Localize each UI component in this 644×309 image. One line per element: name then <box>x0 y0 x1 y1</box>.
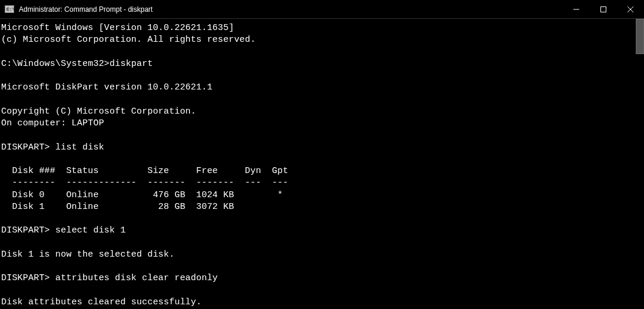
os-version-line: Microsoft Windows [Version 10.0.22621.16… <box>1 23 234 33</box>
shell-prompt-path: C:\Windows\System32> <box>1 59 109 69</box>
window-title-text: Administrator: Command Prompt - diskpart <box>19 5 152 14</box>
disk-table-divider: -------- ------------- ------- ------- -… <box>1 178 288 188</box>
diskpart-prompt: DISKPART> <box>1 142 50 152</box>
minimize-button[interactable] <box>563 0 590 18</box>
disk-table-row: Disk 1 Online 28 GB 3072 KB <box>1 202 234 212</box>
diskpart-version: Microsoft DiskPart version 10.0.22621.1 <box>1 82 213 92</box>
cmd-list-disk: list disk <box>55 142 104 152</box>
close-button[interactable] <box>617 0 644 18</box>
diskpart-copyright: Copyright (C) Microsoft Corporation. <box>1 107 196 117</box>
window-controls <box>563 0 644 18</box>
close-icon <box>628 6 633 12</box>
terminal-output[interactable]: Microsoft Windows [Version 10.0.22621.16… <box>0 19 644 309</box>
cmd-select-disk: select disk 1 <box>55 225 126 235</box>
minimize-icon <box>573 6 579 12</box>
svg-rect-1 <box>601 6 606 12</box>
computer-name: On computer: LAPTOP <box>1 118 104 128</box>
copyright-line: (c) Microsoft Corporation. All rights re… <box>1 35 255 45</box>
cmd-attributes: attributes disk clear readonly <box>55 273 218 283</box>
disk-table-row: Disk 0 Online 476 GB 1024 KB * <box>1 190 283 200</box>
cmd-prompt-icon: C:\ <box>5 5 14 13</box>
maximize-icon <box>600 6 606 12</box>
attributes-result: Disk attributes cleared successfully. <box>1 297 201 307</box>
vertical-scrollbar-thumb[interactable] <box>636 19 644 54</box>
diskpart-prompt: DISKPART> <box>1 273 50 283</box>
maximize-button[interactable] <box>590 0 617 18</box>
disk-table-header: Disk ### Status Size Free Dyn Gpt <box>1 166 288 176</box>
diskpart-prompt: DISKPART> <box>1 225 50 235</box>
shell-command: diskpart <box>109 59 153 69</box>
window-title-bar: C:\ Administrator: Command Prompt - disk… <box>0 0 644 19</box>
select-disk-result: Disk 1 is now the selected disk. <box>1 250 174 260</box>
title-left-group: C:\ Administrator: Command Prompt - disk… <box>0 5 152 14</box>
